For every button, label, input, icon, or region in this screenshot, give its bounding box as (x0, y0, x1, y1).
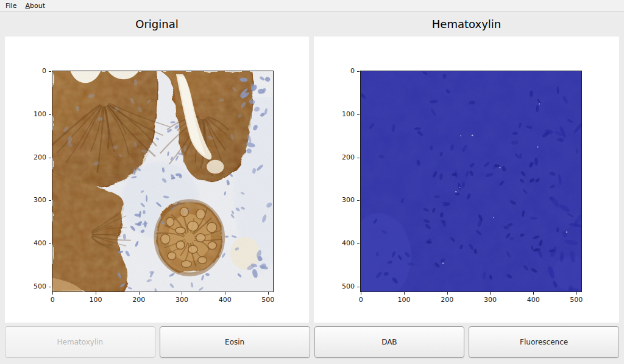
stain-button-hematoxylin: Hematoxylin (5, 326, 155, 358)
y-tick-mark (357, 243, 360, 244)
x-tick-label: 0 (359, 296, 363, 304)
x-tick-label: 200 (132, 296, 145, 304)
x-tick-mark (52, 292, 53, 295)
y-tick-label: 500 (18, 282, 46, 290)
y-tick-mark (49, 158, 51, 158)
y-tick-label: 400 (327, 239, 355, 247)
y-tick-label: 200 (327, 153, 355, 161)
x-tick-mark (361, 292, 361, 295)
x-tick-mark (268, 292, 269, 295)
x-tick-mark (576, 292, 577, 295)
x-tick-mark (447, 292, 448, 295)
figure-canvas-original: 01002003004005000100200300400500 (5, 37, 309, 323)
y-tick-label: 400 (18, 239, 46, 247)
x-tick-label: 0 (51, 296, 55, 304)
y-tick-mark (357, 287, 360, 287)
hematoxylin-image (361, 71, 581, 292)
x-tick-mark (404, 292, 405, 295)
y-tick-mark (49, 114, 51, 115)
y-tick-label: 300 (18, 196, 46, 204)
x-tick-mark (533, 292, 534, 295)
y-tick-mark (357, 158, 360, 158)
y-tick-mark (49, 71, 51, 72)
x-tick-label: 400 (219, 296, 232, 304)
x-tick-label: 300 (176, 296, 188, 304)
menubar: File About (0, 0, 624, 12)
original-plot-frame (52, 71, 274, 292)
y-tick-label: 0 (327, 67, 355, 75)
y-tick-label: 300 (327, 196, 355, 204)
y-tick-mark (357, 114, 360, 115)
menu-item-file[interactable]: File (5, 2, 16, 10)
menu-item-about[interactable]: About (25, 2, 45, 10)
x-tick-label: 100 (90, 296, 102, 304)
original-image (52, 71, 273, 292)
x-tick-label: 500 (261, 296, 274, 304)
stain-button-fluorescence[interactable]: Fluorescence (469, 326, 619, 358)
x-tick-mark (139, 292, 140, 295)
hematoxylin-plot-frame (360, 71, 582, 292)
x-tick-mark (96, 292, 96, 295)
y-tick-label: 0 (18, 67, 46, 75)
x-tick-label: 400 (527, 296, 540, 304)
x-tick-mark (490, 292, 491, 295)
stain-button-eosin[interactable]: Eosin (160, 326, 310, 358)
y-tick-label: 500 (327, 282, 355, 290)
x-tick-mark (225, 292, 225, 295)
figure-canvas-hematoxylin: 01002003004005000100200300400500 (314, 37, 619, 323)
y-tick-label: 100 (18, 110, 46, 118)
x-tick-label: 300 (484, 296, 497, 304)
x-tick-label: 500 (570, 296, 583, 304)
x-tick-mark (182, 292, 182, 295)
y-tick-label: 200 (18, 153, 46, 161)
x-tick-label: 200 (441, 296, 453, 304)
y-tick-mark (49, 200, 51, 201)
y-tick-mark (357, 200, 360, 201)
y-tick-label: 100 (327, 110, 355, 118)
y-tick-mark (49, 243, 51, 244)
stain-button-dab[interactable]: DAB (314, 326, 465, 358)
panel-title-hematoxylin: Hematoxylin (314, 13, 619, 35)
y-tick-mark (49, 287, 51, 287)
panel-title-original: Original (5, 13, 309, 35)
y-tick-mark (357, 71, 360, 72)
stain-button-bar: Hematoxylin Eosin DAB Fluorescence (5, 326, 619, 358)
x-tick-label: 100 (398, 296, 411, 304)
